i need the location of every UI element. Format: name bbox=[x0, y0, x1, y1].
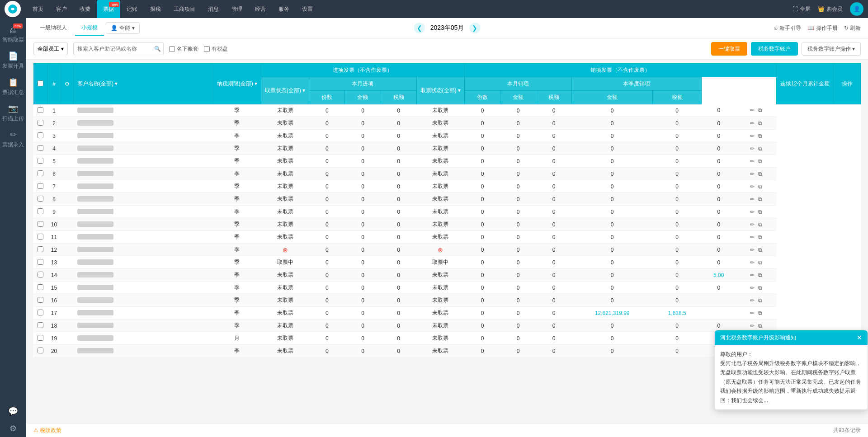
row-select-checkbox[interactable] bbox=[38, 221, 43, 227]
row-select-checkbox[interactable] bbox=[38, 272, 43, 277]
copy-icon[interactable]: ⧉ bbox=[758, 259, 762, 266]
sidebar-item-invoice-entry[interactable]: ✏ 票据录入 bbox=[0, 126, 26, 152]
row-select-checkbox[interactable] bbox=[38, 208, 43, 214]
row-select-checkbox[interactable] bbox=[38, 246, 43, 252]
season-tax-link[interactable]: 1,638.5 bbox=[668, 310, 686, 316]
nav-tax[interactable]: 报税 bbox=[144, 0, 167, 18]
row-checkbox[interactable] bbox=[34, 180, 47, 193]
row-checkbox[interactable] bbox=[34, 332, 47, 345]
refresh-btn[interactable]: ↻ 刷新 bbox=[844, 24, 861, 32]
nav-manage[interactable]: 管理 bbox=[225, 0, 249, 18]
nav-home[interactable]: 首页 bbox=[26, 0, 50, 18]
row-select-checkbox[interactable] bbox=[38, 107, 43, 113]
season-amount-link[interactable]: 12,621,319.99 bbox=[595, 310, 630, 316]
sidebar-item-invoice-summary[interactable]: 📋 票据汇总 bbox=[0, 74, 26, 100]
row-select-checkbox[interactable] bbox=[38, 183, 43, 189]
edit-icon[interactable]: ✏ bbox=[750, 247, 755, 253]
row-checkbox[interactable] bbox=[34, 307, 47, 320]
nav-message[interactable]: 消息 bbox=[202, 0, 225, 18]
copy-icon[interactable]: ⧉ bbox=[758, 146, 762, 152]
sidebar-item-settings[interactable]: ⚙ bbox=[8, 420, 18, 437]
copy-icon[interactable]: ⧉ bbox=[758, 221, 762, 228]
user-avatar[interactable]: 👤 bbox=[850, 2, 863, 16]
row-checkbox[interactable] bbox=[34, 206, 47, 218]
one-click-ticket-btn[interactable]: 一键取票 bbox=[711, 42, 747, 56]
copy-icon[interactable]: ⧉ bbox=[758, 310, 762, 316]
edit-icon[interactable]: ✏ bbox=[750, 272, 755, 278]
sidebar-item-chat[interactable]: 💬 bbox=[8, 403, 18, 420]
rolling-link[interactable]: 5.00 bbox=[713, 272, 724, 278]
copy-icon[interactable]: ⧉ bbox=[758, 247, 762, 253]
copy-icon[interactable]: ⧉ bbox=[758, 196, 762, 202]
copy-icon[interactable]: ⧉ bbox=[758, 323, 762, 329]
nav-accounting[interactable]: 记账 bbox=[120, 0, 144, 18]
copy-icon[interactable]: ⧉ bbox=[758, 158, 762, 164]
tax-policy-link[interactable]: ⚠ 税政政策 bbox=[33, 427, 61, 433]
nav-operation[interactable]: 经营 bbox=[249, 0, 272, 18]
edit-icon[interactable]: ✏ bbox=[750, 146, 755, 152]
sidebar-item-invoice-open[interactable]: 📄 发票开具 bbox=[0, 47, 26, 74]
copy-icon[interactable]: ⧉ bbox=[758, 183, 762, 190]
row-select-checkbox[interactable] bbox=[38, 284, 43, 290]
row-select-checkbox[interactable] bbox=[38, 196, 43, 202]
row-select-checkbox[interactable] bbox=[38, 310, 43, 315]
row-select-checkbox[interactable] bbox=[38, 322, 43, 328]
tab-small-scale[interactable]: 小规模 bbox=[75, 20, 104, 36]
row-checkbox[interactable] bbox=[34, 130, 47, 142]
edit-icon[interactable]: ✏ bbox=[750, 259, 755, 266]
row-checkbox[interactable] bbox=[34, 218, 47, 231]
row-select-checkbox[interactable] bbox=[38, 120, 43, 126]
nav-invoice[interactable]: 票据 new bbox=[97, 0, 120, 18]
row-checkbox[interactable] bbox=[34, 168, 47, 180]
notification-close-btn[interactable]: ✕ bbox=[857, 334, 862, 341]
select-all-checkbox[interactable] bbox=[38, 80, 43, 86]
row-checkbox[interactable] bbox=[34, 142, 47, 155]
row-checkbox[interactable] bbox=[34, 320, 47, 332]
row-checkbox[interactable] bbox=[34, 155, 47, 168]
edit-icon[interactable]: ✏ bbox=[750, 120, 755, 127]
copy-icon[interactable]: ⧉ bbox=[758, 209, 762, 215]
row-checkbox[interactable] bbox=[34, 231, 47, 244]
edit-icon[interactable]: ✏ bbox=[750, 323, 755, 329]
row-checkbox[interactable] bbox=[34, 345, 47, 357]
copy-icon[interactable]: ⧉ bbox=[758, 272, 762, 278]
checkbox-account[interactable]: 名下账套 bbox=[169, 45, 198, 53]
row-select-checkbox[interactable] bbox=[38, 158, 43, 164]
row-checkbox[interactable] bbox=[34, 269, 47, 282]
copy-icon[interactable]: ⧉ bbox=[758, 297, 762, 304]
row-select-checkbox[interactable] bbox=[38, 132, 43, 138]
next-date-btn[interactable]: ❯ bbox=[469, 23, 480, 33]
tab-general-taxpayer[interactable]: 一般纳税人 bbox=[33, 20, 73, 36]
edit-icon[interactable]: ✏ bbox=[750, 171, 755, 177]
nav-customer[interactable]: 客户 bbox=[50, 0, 73, 18]
fullscreen-btn[interactable]: ⛶ 全屏 bbox=[793, 5, 811, 13]
row-checkbox[interactable] bbox=[34, 256, 47, 269]
edit-icon[interactable]: ✏ bbox=[750, 209, 755, 215]
edit-icon[interactable]: ✏ bbox=[750, 285, 755, 291]
account-checkbox[interactable] bbox=[169, 46, 175, 52]
row-select-checkbox[interactable] bbox=[38, 145, 43, 151]
digital-account-ops-btn[interactable]: 税务数字账户操作 ▾ bbox=[802, 42, 861, 56]
edit-icon[interactable]: ✏ bbox=[750, 221, 755, 228]
col-settings-header[interactable]: ⚙ bbox=[61, 64, 74, 104]
edit-icon[interactable]: ✏ bbox=[750, 310, 755, 316]
copy-icon[interactable]: ⧉ bbox=[758, 107, 762, 113]
nav-settings[interactable]: 设置 bbox=[296, 0, 319, 18]
tax-checkbox[interactable] bbox=[204, 46, 210, 52]
copy-icon[interactable]: ⧉ bbox=[758, 171, 762, 177]
copy-icon[interactable]: ⧉ bbox=[758, 285, 762, 291]
row-select-checkbox[interactable] bbox=[38, 259, 43, 265]
row-checkbox[interactable] bbox=[34, 193, 47, 206]
edit-icon[interactable]: ✏ bbox=[750, 158, 755, 164]
member-btn[interactable]: 👑 购会员 bbox=[818, 5, 843, 13]
checkbox-tax[interactable]: 有税盘 bbox=[204, 45, 228, 53]
row-checkbox[interactable] bbox=[34, 282, 47, 294]
col-output-status-header[interactable]: 取票状态(全部) ▾ bbox=[416, 77, 464, 104]
nav-business[interactable]: 工商项目 bbox=[167, 0, 202, 18]
row-checkbox[interactable] bbox=[34, 244, 47, 256]
edit-icon[interactable]: ✏ bbox=[750, 133, 755, 139]
nav-service[interactable]: 服务 bbox=[272, 0, 296, 18]
nav-fee[interactable]: 收费 bbox=[73, 0, 97, 18]
search-input[interactable] bbox=[73, 42, 164, 55]
copy-icon[interactable]: ⧉ bbox=[758, 133, 762, 139]
